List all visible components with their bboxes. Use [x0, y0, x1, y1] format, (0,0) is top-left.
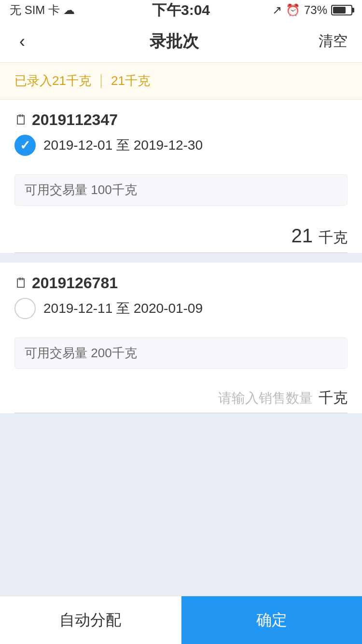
section-separator [0, 253, 362, 263]
batch-1-unit: 千克 [319, 228, 348, 248]
batch-1-radio[interactable] [14, 135, 36, 156]
auto-assign-button[interactable]: 自动分配 [0, 596, 181, 644]
signal-text: 无 SIM 卡 ☁ [10, 2, 75, 18]
batch-2-unit: 千克 [319, 388, 348, 408]
batch-1-id: 2019112347 [32, 111, 118, 129]
batch-2-date: 2019-12-11 至 2020-01-09 [43, 299, 203, 318]
confirm-button[interactable]: 确定 [181, 596, 362, 644]
summary-divider [101, 74, 101, 88]
clear-button[interactable]: 清空 [319, 31, 348, 51]
batch-2-id: 2019126781 [32, 274, 118, 292]
battery-percent: 73% [304, 3, 327, 17]
batch-2-avail: 可用交易量 200千克 [14, 337, 348, 369]
summary-bar: 已录入21千克 21千克 [0, 63, 362, 99]
summary-amount: 21千克 [111, 72, 150, 89]
batch-item-1: 🗒 2019112347 2019-12-01 至 2019-12-30 可用交… [0, 99, 362, 253]
batch-1-amount-row: 21 千克 [0, 215, 362, 248]
batch-2-input-row[interactable]: 请输入销售数量 千克 [0, 378, 362, 408]
summary-label: 已录入21千克 [14, 72, 91, 89]
location-icon: ↗ [272, 3, 282, 17]
status-time: 下午3:04 [152, 0, 210, 20]
batch-2-placeholder: 请输入销售数量 [218, 389, 313, 407]
nav-bar: ‹ 录批次 清空 [0, 20, 362, 63]
batch-2-icon: 🗒 [14, 275, 28, 291]
battery-icon [331, 5, 352, 15]
batch-1-date-row[interactable]: 2019-12-01 至 2019-12-30 [14, 135, 348, 156]
status-bar: 无 SIM 卡 ☁ 下午3:04 ↗ ⏰ 73% [0, 0, 362, 20]
batch-1-value: 21 [292, 225, 313, 247]
batch-1-avail: 可用交易量 100千克 [14, 174, 348, 206]
gray-background-area [0, 413, 362, 626]
batch-1-date: 2019-12-01 至 2019-12-30 [43, 136, 203, 154]
batch-1-header-area: 🗒 2019112347 2019-12-01 至 2019-12-30 [0, 99, 362, 174]
batch-1-header: 🗒 2019112347 [14, 111, 348, 129]
bottom-bar: 自动分配 确定 [0, 596, 362, 644]
back-button[interactable]: ‹ [14, 27, 30, 56]
batch-item-2: 🗒 2019126781 2019-12-11 至 2020-01-09 可用交… [0, 263, 362, 413]
batch-1-icon: 🗒 [14, 112, 28, 128]
status-left: 无 SIM 卡 ☁ [10, 2, 75, 18]
page-title: 录批次 [150, 30, 199, 53]
batch-2-radio[interactable] [14, 298, 36, 319]
batch-2-header-area: 🗒 2019126781 2019-12-11 至 2020-01-09 [0, 263, 362, 337]
batch-2-header: 🗒 2019126781 [14, 274, 348, 292]
status-right: ↗ ⏰ 73% [272, 3, 352, 17]
batch-2-date-row[interactable]: 2019-12-11 至 2020-01-09 [14, 298, 348, 319]
alarm-icon: ⏰ [286, 3, 300, 17]
